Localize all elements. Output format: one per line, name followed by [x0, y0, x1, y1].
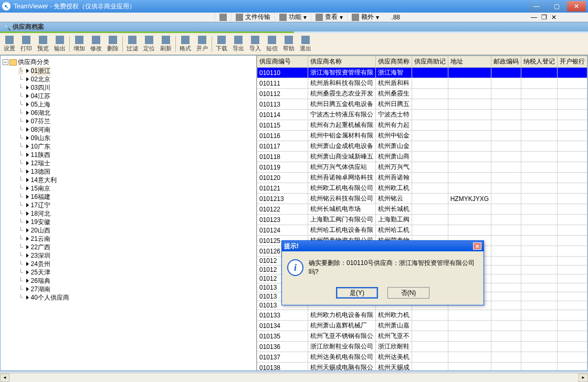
tree-item[interactable]: └03四川 [3, 83, 254, 92]
minimize-button[interactable]: — [527, 1, 546, 12]
column-header[interactable]: 供应商编号 [257, 56, 308, 68]
table-row[interactable]: 010122杭州长城机电市场杭州长城机 [257, 204, 587, 215]
toolbar-开户[interactable]: 开户 [194, 34, 211, 54]
toolbar-格式[interactable]: 格式 [177, 34, 194, 54]
tree-item[interactable]: └21云南 [3, 235, 254, 243]
tree-item[interactable]: └08河南 [3, 125, 254, 134]
table-row[interactable]: 010137杭州达美机电有限公司杭州达美机 [257, 352, 587, 363]
tree-item[interactable]: └07芬兰 [3, 117, 254, 125]
table-row[interactable]: 010115杭州有力起重机械有限杭州有力起 [257, 120, 587, 131]
toolbar-打印[interactable]: 打印 [18, 34, 35, 54]
table-row[interactable]: 010111杭州盾和科技有限公司杭州盾和科 [257, 78, 587, 89]
no-button[interactable]: 否(N) [387, 287, 429, 299]
tree-item[interactable]: └17辽宁 [3, 201, 254, 209]
table-row[interactable]: 010110浙江海智投资管理有限浙江海智 [257, 68, 587, 78]
tv-file-transfer[interactable]: 文件传输 [231, 13, 275, 22]
close-button[interactable]: ✕ [567, 1, 586, 12]
collapse-icon[interactable]: − [3, 59, 8, 65]
category-tree[interactable]: − 供应商分类 └01浙江└02北京└03四川└04江苏└05上海└06湖北└0… [1, 56, 257, 370]
table-row[interactable]: 010134杭州萧山嘉辉机械厂杭州萧山嘉 [257, 321, 587, 331]
tree-item[interactable]: └13德国 [3, 167, 254, 176]
tree-item[interactable]: └14意大利 [3, 176, 254, 184]
tv-close-session[interactable] [215, 13, 231, 22]
tree-item[interactable]: └15南京 [3, 184, 254, 193]
triangle-icon [26, 203, 29, 207]
tree-item[interactable]: └40个人供应商 [3, 293, 254, 302]
tree-item[interactable]: └23深圳 [3, 251, 254, 260]
table-row[interactable]: 0101213杭州铭云科技有限公司杭州铭云HZMYKJYXG [257, 194, 587, 204]
toolbar-下载[interactable]: 下载 [213, 34, 230, 54]
tree-item[interactable]: └11陕西 [3, 151, 254, 159]
tree-item[interactable]: └09山东 [3, 134, 254, 142]
table-row[interactable]: 010116杭州中铝金属材料有限杭州中铝金 [257, 131, 587, 141]
tree-item[interactable]: └26瑞典 [3, 277, 254, 285]
tree-item[interactable]: └12瑞士 [3, 159, 254, 167]
tree-root[interactable]: − 供应商分类 [3, 58, 254, 67]
toolbar-定位[interactable]: 定位 [141, 34, 158, 54]
toolbar-帮助[interactable]: 帮助 [280, 34, 297, 54]
tree-item[interactable]: └01浙江 [3, 67, 254, 75]
toolbar-导出[interactable]: 导出 [230, 34, 247, 54]
table-row[interactable]: 010133杭州欧力机电设备有限杭州欧力机 [257, 310, 587, 321]
tree-item[interactable]: └10广东 [3, 142, 254, 151]
dialog-close-button[interactable]: ✕ [473, 242, 481, 250]
toolbar-短信[interactable]: 短信 [264, 34, 280, 54]
toolbar-修改[interactable]: 修改 [88, 34, 104, 54]
toolbar-退出[interactable]: 退出 [297, 34, 314, 54]
tree-item[interactable]: └19安徽 [3, 218, 254, 226]
toolbar-刷新[interactable]: 刷新 [158, 34, 174, 54]
column-header[interactable]: 纳税人登记 [521, 56, 558, 68]
table-row[interactable]: 010136浙江欣耐鞋业有限公司浙江欣耐鞋 [257, 342, 587, 352]
tree-item[interactable]: └04江苏 [3, 92, 254, 100]
tree-item[interactable]: └27湖南 [3, 285, 254, 293]
table-row[interactable]: 010135杭州飞亚不锈钢有限公杭州飞亚不 [257, 331, 587, 342]
toolbar-过滤[interactable]: 过滤 [124, 34, 141, 54]
toolbar-导入[interactable]: 导入 [247, 34, 264, 54]
toolbar-预览[interactable]: 预览 [35, 34, 51, 54]
toolbar-增加[interactable]: 增加 [71, 34, 88, 54]
toolbar-输出[interactable]: 输出 [51, 34, 68, 54]
table-row[interactable]: 010118杭州萧山商业城新峰五杭州萧山商 [257, 152, 587, 162]
tree-item[interactable]: └25天津 [3, 268, 254, 277]
table-row[interactable]: 010138杭州天赐成电脑有限公杭州天赐成 [257, 363, 587, 371]
column-header[interactable]: 供应商名称 [308, 56, 375, 68]
supplier-grid[interactable]: 供应商编号供应商名称供应商简称供应商助记地址邮政编码纳税人登记开户银行 0101… [257, 56, 587, 370]
inner-minimize[interactable]: — [531, 14, 537, 21]
inner-restore[interactable]: ❐ [541, 14, 547, 21]
toolbar-设置[interactable]: 设置 [1, 34, 18, 54]
table-row[interactable]: 010121杭州欧工机电有限公司杭州欧工机 [257, 183, 587, 194]
table-row[interactable]: 010117杭州萧山金成机电设备杭州萧山金 [257, 141, 587, 152]
tree-item[interactable]: └18河北 [3, 209, 254, 218]
column-header[interactable]: 地址 [448, 56, 491, 68]
tree-item[interactable]: └05上海 [3, 100, 254, 109]
table-row[interactable]: 010123上海勤工阀门有限公司上海勤工阀 [257, 215, 587, 225]
scroll-left-button[interactable]: ◄ [0, 374, 9, 382]
horizontal-scrollbar[interactable]: ◄ ► [0, 373, 588, 382]
column-header[interactable]: 供应商助记 [412, 56, 448, 68]
tree-item[interactable]: └06湖北 [3, 109, 254, 117]
scroll-track[interactable] [9, 374, 579, 382]
inner-close[interactable]: ✕ [551, 14, 556, 21]
tree-item[interactable]: └20山西 [3, 226, 254, 235]
tv-extra[interactable]: 额外 ▾ [347, 13, 383, 22]
table-row[interactable]: 010113杭州日腾五金机电设备杭州日腾五 [257, 99, 587, 110]
column-header[interactable]: 邮政编码 [491, 56, 521, 68]
tv-function[interactable]: 功能 ▾ [275, 13, 311, 22]
table-row[interactable]: 010114宁波杰士特液压有限公宁波杰士特 [257, 110, 587, 120]
table-row[interactable]: 010119杭州万兴气体供应站杭州万兴气 [257, 162, 587, 173]
table-row[interactable]: 010112杭州桑霞生态农业开发杭州桑霞生 [257, 89, 587, 99]
column-header[interactable]: 供应商简称 [375, 56, 412, 68]
column-header[interactable]: 开户银行 [558, 56, 587, 68]
yes-button[interactable]: 是(Y) [336, 287, 378, 299]
tree-item[interactable]: └24贵州 [3, 260, 254, 268]
maximize-button[interactable]: ▢ [547, 1, 566, 12]
tree-item[interactable]: └02北京 [3, 75, 254, 83]
table-row[interactable]: 010120杭州吾诺翰卓网络科技杭州吾诺翰 [257, 173, 587, 183]
dialog-titlebar[interactable]: 提示! ✕ [282, 241, 484, 251]
toolbar-删除[interactable]: 删除 [104, 34, 121, 54]
scroll-right-button[interactable]: ► [579, 374, 588, 382]
tv-view[interactable]: 查看 ▾ [311, 13, 347, 22]
tree-item[interactable]: └16福建 [3, 193, 254, 201]
tree-item[interactable]: └22广西 [3, 243, 254, 251]
table-row[interactable]: 010124杭州哈工机电设备有限杭州哈工机 [257, 225, 587, 236]
